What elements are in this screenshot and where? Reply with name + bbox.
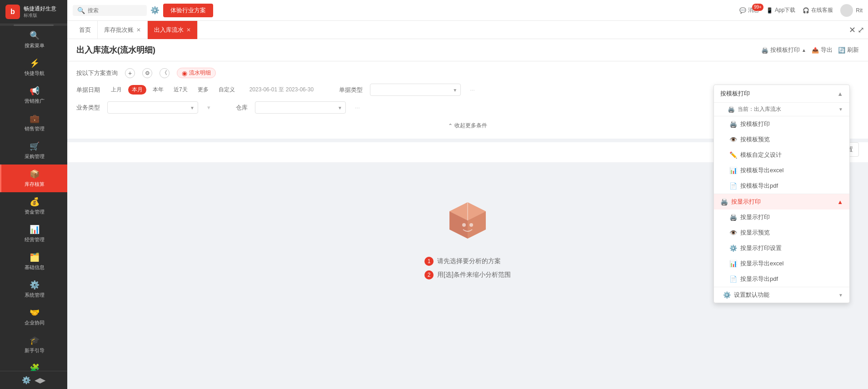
tab-inventory-batch[interactable]: 库存批次账 ✕ bbox=[98, 21, 148, 39]
display-excel-icon: 📊 bbox=[729, 260, 737, 267]
display-print-section-icon: 🖨️ bbox=[720, 198, 728, 205]
app-download-btn[interactable]: 📱 App下载 bbox=[766, 6, 795, 14]
template-excel-item[interactable]: 📊 按模板导出excel bbox=[714, 163, 849, 178]
logo-text: 畅捷通好生意 标准版 bbox=[24, 5, 56, 19]
tab-home[interactable]: 首页 bbox=[73, 21, 98, 39]
logo-icon: b bbox=[5, 5, 20, 19]
biztype-dropdown-icon[interactable]: ▾ bbox=[207, 104, 210, 111]
display-excel-item[interactable]: 📊 按显示导出excel bbox=[714, 256, 849, 271]
print-btn[interactable]: 🖨️ 按模板打印 ▲ bbox=[761, 46, 806, 54]
sidebar-item-collab[interactable]: 🤝 企业协同 bbox=[0, 303, 67, 331]
search-icon: 🔍 bbox=[77, 7, 85, 14]
sidebar-item-quicknav[interactable]: ⚡ 快捷导航 bbox=[0, 54, 67, 81]
sidebar-item-purchase[interactable]: 🛒 采购管理 bbox=[0, 137, 67, 165]
settings-bottom-btn[interactable]: ⚙️ bbox=[22, 376, 31, 384]
online-service-btn[interactable]: 🎧 在线客服 bbox=[803, 6, 833, 14]
date-option-thisyear[interactable]: 本年 bbox=[149, 85, 167, 95]
money-icon: 💰 bbox=[30, 197, 40, 207]
display-preview-item[interactable]: 👁️ 按显示预览 bbox=[714, 225, 849, 240]
sidebar-item-sales[interactable]: 💼 销售管理 bbox=[0, 109, 67, 137]
page-header: 出入库流水(流水明细) 🖨️ 按模板打印 ▲ 📤 导出 🔄 刷新 bbox=[67, 39, 868, 61]
display-pdf-item[interactable]: 📄 按显示导出pdf bbox=[714, 271, 849, 287]
empty-steps: 1 请先选择要分析的方案 2 用[选]条件来缩小分析范围 bbox=[424, 257, 511, 279]
warehouse-select[interactable] bbox=[255, 101, 346, 114]
date-option-lastmonth[interactable]: 上月 bbox=[107, 85, 125, 95]
refresh-btn[interactable]: 🔄 刷新 bbox=[838, 46, 859, 54]
sidebar-item-base[interactable]: 🗂️ 基础信息 bbox=[0, 248, 67, 275]
default-func-item[interactable]: ⚙️ 设置默认功能 ▼ bbox=[714, 287, 849, 303]
message-btn[interactable]: 💬 消息 99+ bbox=[739, 6, 759, 14]
tab-bar-actions: ✕ ⤢ bbox=[849, 25, 868, 35]
date-option-last7[interactable]: 近7天 bbox=[170, 85, 191, 95]
maximize-tab-btn[interactable]: ⤢ bbox=[858, 25, 864, 35]
topbar-gear-icon[interactable]: ⚙️ bbox=[150, 6, 160, 15]
warehouse-more-btn[interactable]: ··· bbox=[355, 104, 360, 111]
empty-illustration bbox=[440, 193, 495, 248]
add-filter-btn[interactable]: + bbox=[125, 68, 135, 78]
puzzle-icon: 🧩 bbox=[30, 363, 40, 371]
date-option-more[interactable]: 更多 bbox=[194, 85, 212, 95]
display-print-item[interactable]: 🖨️ 按显示打印 bbox=[714, 209, 849, 225]
search-input[interactable] bbox=[88, 7, 142, 14]
warehouse-label: 仓库 bbox=[236, 104, 248, 112]
close-tab-inventory-batch[interactable]: ✕ bbox=[136, 27, 141, 33]
sidebar-item-finance[interactable]: 💰 资金管理 bbox=[0, 192, 67, 220]
template-pdf-item[interactable]: 📄 按模板导出pdf bbox=[714, 178, 849, 194]
filter-scheme-label: 按以下方案查询 bbox=[76, 69, 118, 77]
megaphone-icon: 📢 bbox=[30, 86, 40, 96]
display-print-section-header[interactable]: 🖨️ 按显示打印 ▲ bbox=[714, 194, 849, 209]
sidebar-item-marketing[interactable]: 📢 营销推广 bbox=[0, 81, 67, 109]
excel-icon: 📊 bbox=[729, 167, 737, 174]
sidebar-item-guide[interactable]: 🎓 新手引导 bbox=[0, 331, 67, 359]
template-preview-item[interactable]: 👁️ 按模板预览 bbox=[714, 132, 849, 147]
export-icon: 📤 bbox=[812, 47, 819, 54]
display-settings-icon: ⚙️ bbox=[729, 244, 737, 252]
tab-bar: 首页 库存批次账 ✕ 出入库流水 ✕ ✕ ⤢ bbox=[67, 21, 868, 39]
industry-btn[interactable]: 体验行业方案 bbox=[163, 4, 213, 17]
settings-filter-btn[interactable]: ⚙ bbox=[142, 68, 152, 78]
template-print-item[interactable]: 🖨️ 按模板打印 bbox=[714, 116, 849, 132]
sidebar-item-operations[interactable]: 📊 经营管理 bbox=[0, 220, 67, 248]
svg-point-5 bbox=[462, 223, 466, 227]
sidebar-nav: 🔍 搜索菜单 ⚡ 快捷导航 📢 营销推广 💼 销售管理 🛒 采购管理 📦 bbox=[0, 26, 67, 371]
close-tab-btn[interactable]: ✕ bbox=[849, 25, 856, 35]
page-title: 出入库流水(流水明细) bbox=[76, 45, 155, 55]
export-btn[interactable]: 📤 导出 bbox=[812, 46, 833, 54]
collapse-filter-btn[interactable]: 《 bbox=[160, 68, 170, 78]
print-dropdown-title: 按模板打印 bbox=[720, 90, 750, 98]
date-range-display: 2023-06-01 至 2023-06-30 bbox=[249, 86, 314, 94]
message-icon: 💬 bbox=[739, 7, 746, 14]
print-dropdown-collapse-btn[interactable]: ▲ bbox=[837, 90, 843, 97]
page-actions: 🖨️ 按模板打印 ▲ 📤 导出 🔄 刷新 bbox=[761, 46, 859, 54]
cart-icon: 🛒 bbox=[30, 141, 40, 151]
tab-inout-flow[interactable]: 出入库流水 ✕ bbox=[148, 21, 198, 39]
lightning-icon: ⚡ bbox=[30, 58, 40, 68]
template-custom-item[interactable]: ✏️ 模板自定义设计 bbox=[714, 147, 849, 163]
current-icon: 🖨️ bbox=[728, 106, 735, 113]
doctype-select-wrap bbox=[370, 84, 461, 96]
content-area: 出入库流水(流水明细) 🖨️ 按模板打印 ▲ 📤 导出 🔄 刷新 bbox=[67, 39, 868, 389]
topbar-search-box[interactable]: 🔍 bbox=[73, 5, 147, 16]
date-option-custom[interactable]: 自定义 bbox=[215, 85, 239, 95]
preview-icon: 👁️ bbox=[729, 136, 737, 143]
handshake-icon: 🤝 bbox=[30, 308, 40, 318]
biztype-select[interactable] bbox=[107, 101, 198, 114]
sidebar-item-system[interactable]: ⚙️ 系统管理 bbox=[0, 275, 67, 303]
biztype-label: 业务类型 bbox=[76, 104, 100, 112]
user-avatar-area[interactable]: Rit bbox=[840, 4, 863, 17]
empty-step-2: 2 用[选]条件来缩小分析范围 bbox=[424, 270, 511, 279]
active-filter-chip[interactable]: ◉ 流水明细 bbox=[177, 68, 216, 78]
display-settings-item[interactable]: ⚙️ 按显示打印设置 bbox=[714, 240, 849, 256]
close-tab-inout-flow[interactable]: ✕ bbox=[186, 27, 191, 33]
main-area: 🔍 ⚙️ 体验行业方案 💬 消息 99+ 📱 App下载 🎧 在线客服 bbox=[67, 0, 868, 389]
date-option-thismonth[interactable]: 本月 bbox=[128, 85, 146, 95]
sidebar-item-search[interactable]: 🔍 搜索菜单 bbox=[0, 26, 67, 54]
sidebar-item-inventory[interactable]: 📦 库存核算 bbox=[0, 165, 67, 192]
printer-icon: 🖨️ bbox=[729, 120, 737, 128]
chart-icon: 📊 bbox=[30, 224, 40, 234]
collapse-sidebar-btn[interactable]: ◀▶ bbox=[35, 376, 45, 384]
doctype-more-btn[interactable]: ··· bbox=[470, 86, 475, 93]
svg-point-6 bbox=[469, 223, 473, 227]
sidebar-item-appcenter[interactable]: 🧩 应用中心 bbox=[0, 359, 67, 371]
doctype-select[interactable] bbox=[370, 84, 461, 96]
